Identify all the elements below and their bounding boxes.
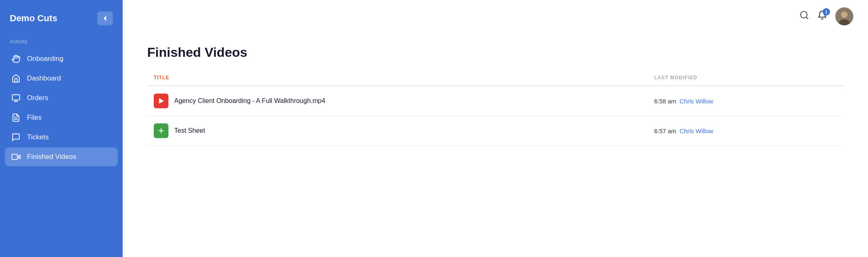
avatar[interactable] [835, 7, 853, 25]
svg-rect-6 [12, 154, 18, 160]
page-content: Finished Videos TITLE LAST MODIFIED Agen… [123, 33, 868, 257]
bell-badge: 1 [823, 8, 830, 16]
sidebar-item-files[interactable]: Files [5, 108, 118, 127]
sidebar-item-label-finished-videos: Finished Videos [27, 153, 76, 161]
modified-user: Chris Willow [680, 98, 713, 105]
sidebar-header: Demo Cuts [0, 0, 123, 35]
topbar: 1 [123, 0, 868, 33]
modified-cell: 6:58 am Chris Willow [648, 86, 843, 116]
home-icon [11, 74, 21, 83]
file-name-cell: Agency Client Onboarding - A Full Walkth… [147, 86, 648, 116]
sidebar-item-onboarding[interactable]: Onboarding [5, 49, 118, 68]
sidebar-item-label-onboarding: Onboarding [27, 55, 63, 63]
sidebar-item-label-files: Files [27, 114, 42, 122]
page-title: Finished Videos [147, 45, 843, 60]
hand-icon [11, 54, 21, 63]
sidebar-item-dashboard[interactable]: Dashboard [5, 69, 118, 88]
sidebar-nav: Onboarding Dashboard Orders Files [0, 49, 123, 166]
video-file-icon [154, 94, 168, 108]
video-icon [11, 152, 21, 161]
sidebar-item-label-tickets: Tickets [27, 133, 49, 141]
sidebar-item-label-dashboard: Dashboard [27, 74, 61, 83]
modified-user: Chris Willow [680, 127, 713, 134]
table-row[interactable]: Test Sheet 6:57 am Chris Willow [147, 116, 843, 146]
file-name-text: Agency Client Onboarding - A Full Walkth… [174, 97, 325, 105]
sidebar-item-tickets[interactable]: Tickets [5, 128, 118, 147]
sidebar-section-activity: Activity [0, 35, 123, 49]
svg-marker-12 [159, 98, 164, 103]
svg-point-10 [841, 11, 848, 18]
sheet-file-icon [154, 123, 168, 138]
col-header-modified: LAST MODIFIED [648, 75, 843, 86]
chat-icon [11, 133, 21, 142]
modified-time: 6:57 am [654, 127, 676, 134]
sidebar: Demo Cuts Activity Onboarding Dashboard … [0, 0, 123, 257]
table-row[interactable]: Agency Client Onboarding - A Full Walkth… [147, 86, 843, 116]
svg-rect-0 [12, 95, 20, 100]
modified-time: 6:58 am [654, 98, 676, 105]
sidebar-item-orders[interactable]: Orders [5, 89, 118, 107]
sidebar-back-button[interactable] [97, 11, 113, 25]
bell-button[interactable]: 1 [817, 10, 827, 22]
col-header-title: TITLE [147, 75, 648, 86]
file-icon [11, 113, 21, 122]
modified-cell: 6:57 am Chris Willow [648, 116, 843, 146]
orders-icon [11, 94, 21, 103]
svg-marker-5 [18, 155, 20, 159]
file-name-cell: Test Sheet [147, 116, 648, 146]
main-content: 1 Finished Videos TITLE LAST MODIFIED [123, 0, 868, 257]
search-icon[interactable] [799, 10, 809, 22]
sidebar-item-finished-videos[interactable]: Finished Videos [5, 147, 118, 166]
sidebar-item-label-orders: Orders [27, 94, 48, 102]
files-table: TITLE LAST MODIFIED Agency Client Onboar… [147, 75, 843, 146]
sidebar-title: Demo Cuts [10, 13, 57, 24]
svg-line-8 [806, 17, 808, 19]
file-name-text: Test Sheet [174, 127, 205, 134]
